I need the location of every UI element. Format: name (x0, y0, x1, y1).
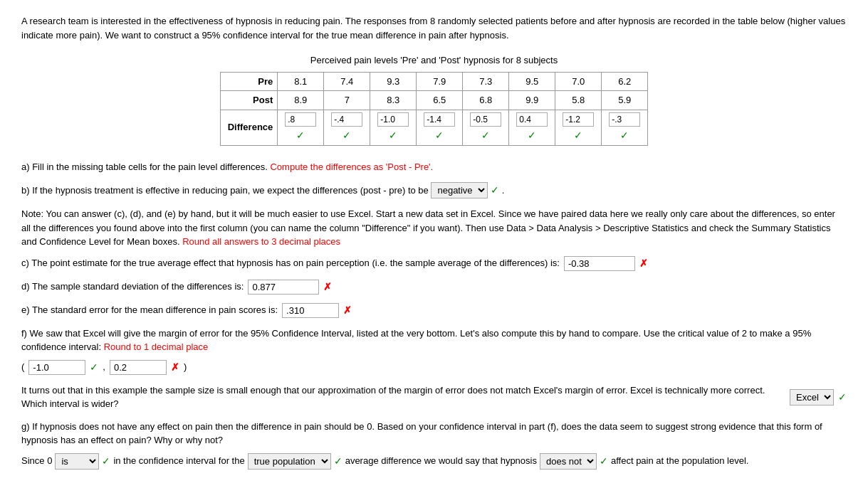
diff-input-5[interactable] (470, 112, 501, 127)
diff-cell-2: ✓ (324, 110, 370, 145)
conf-select[interactable]: true population sample (248, 453, 331, 470)
part-f-text: f) We saw that Excel will give the margi… (21, 327, 847, 354)
note-section: Note: You can answer (c), (d), and (e) b… (21, 207, 847, 249)
diff-check-4: ✓ (435, 128, 444, 143)
interval-left-check: ✓ (90, 360, 98, 375)
diff-check-7: ✓ (574, 128, 582, 143)
section-a: a) Fill in the missing table cells for t… (21, 160, 847, 174)
note-body: Note: You can answer (c), (d), and (e) b… (21, 208, 835, 247)
post-val-3: 8.3 (370, 91, 417, 110)
part-e-input[interactable] (282, 303, 339, 318)
hyp-check: ✓ (600, 454, 608, 469)
diff-input-8[interactable] (609, 112, 640, 127)
comma: , (103, 360, 105, 374)
end-text: affect pain at the population level. (611, 454, 748, 468)
part-b-check: ✓ (491, 184, 499, 196)
part-d-input[interactable] (248, 280, 319, 295)
hyp-select[interactable]: does not does (540, 453, 597, 470)
post-val-2: 7 (324, 91, 370, 110)
part-c-row: c) The point estimate for the true avera… (21, 256, 847, 271)
section-e: e) The standard error for the mean diffe… (21, 303, 847, 318)
diff-check-1: ✓ (296, 128, 305, 143)
diff-input-6[interactable] (516, 112, 548, 127)
table-section: Perceived pain levels 'Pre' and 'Post' h… (21, 53, 847, 146)
part-c-label: c) The point estimate for the true avera… (21, 256, 560, 270)
diff-input-7[interactable] (563, 112, 594, 127)
pre-val-4: 7.9 (417, 72, 463, 91)
pain-table: Pre 8.1 7.4 9.3 7.9 7.3 9.5 7.0 6.2 Post… (220, 72, 649, 146)
diff-cell-7: ✓ (555, 110, 602, 145)
section-b: b) If the hypnosis treatment is effectiv… (21, 182, 847, 198)
wider-row: It turns out that in this example the sa… (21, 383, 847, 411)
diff-row: Difference ✓ ✓ ✓ (220, 110, 648, 145)
part-b-text: b) If the hypnosis treatment is effectiv… (21, 182, 847, 198)
wider-text: It turns out that in this example the sa… (21, 383, 785, 411)
part-e-label: e) The standard error for the mean diffe… (21, 303, 278, 317)
part-b-period: . (502, 185, 505, 196)
part-b-select[interactable]: negative positive zero (431, 182, 488, 198)
interval-right-x: ✗ (171, 360, 179, 375)
diff-input-4[interactable] (424, 112, 455, 127)
pre-val-6: 9.5 (509, 72, 555, 91)
avg-text: average difference we would say that hyp… (345, 454, 537, 468)
post-val-1: 8.9 (278, 91, 324, 110)
section-g: g) If hypnosis does not have any effect … (21, 420, 847, 470)
section-c: c) The point estimate for the true avera… (21, 256, 847, 271)
note-text: Note: You can answer (c), (d), and (e) b… (21, 207, 847, 249)
pre-val-8: 6.2 (602, 72, 648, 91)
post-val-5: 6.8 (463, 91, 509, 110)
diff-cell-8: ✓ (602, 110, 648, 145)
since-label: Since 0 (21, 454, 52, 468)
wider-select[interactable]: Excel hand (790, 389, 834, 405)
part-e-row: e) The standard error for the mean diffe… (21, 303, 847, 318)
post-val-7: 5.8 (555, 91, 602, 110)
pre-val-3: 9.3 (370, 72, 417, 91)
pre-val-2: 7.4 (324, 72, 370, 91)
diff-label: Difference (220, 110, 278, 145)
conf-check: ✓ (334, 454, 343, 469)
interval-left-input[interactable] (28, 360, 85, 375)
diff-check-2: ✓ (343, 128, 351, 143)
diff-cell-3: ✓ (370, 110, 417, 145)
interval-right-input[interactable] (110, 360, 167, 375)
part-d-x: ✗ (323, 280, 332, 295)
post-label: Post (220, 91, 278, 110)
diff-input-3[interactable] (377, 112, 409, 127)
part-d-row: d) The sample standard deviation of the … (21, 280, 847, 295)
diff-check-8: ✓ (620, 128, 629, 143)
since-select[interactable]: is is not (55, 453, 99, 470)
pre-val-7: 7.0 (555, 72, 602, 91)
part-a-text: a) Fill in the missing table cells for t… (21, 160, 847, 174)
part-g-answer-row: Since 0 is is not ✓ in the confidence in… (21, 453, 847, 470)
part-a-label: a) Fill in the missing table cells for t… (21, 161, 270, 172)
part-d-label: d) The sample standard deviation of the … (21, 280, 244, 294)
part-b-label: b) If the hypnosis treatment is effectiv… (21, 185, 431, 196)
section-f: f) We saw that Excel will give the margi… (21, 327, 847, 375)
post-val-4: 6.5 (417, 91, 463, 110)
diff-input-2[interactable] (331, 112, 362, 127)
note-red: Round all answers to 3 decimal places (182, 236, 340, 247)
post-val-6: 9.9 (509, 91, 555, 110)
close-paren: ) (184, 360, 187, 374)
pre-row: Pre 8.1 7.4 9.3 7.9 7.3 9.5 7.0 6.2 (220, 72, 648, 91)
diff-cell-5: ✓ (463, 110, 509, 145)
diff-cell-4: ✓ (417, 110, 463, 145)
part-a-instruction: Compute the differences as 'Post - Pre'. (270, 161, 433, 172)
part-c-input[interactable] (564, 256, 635, 271)
pre-val-1: 8.1 (278, 72, 324, 91)
interval-row: ( ✓ , ✗ ) (21, 360, 847, 375)
table-title: Perceived pain levels 'Pre' and 'Post' h… (21, 53, 847, 68)
diff-check-5: ✓ (481, 128, 490, 143)
diff-cell-1: ✓ (278, 110, 324, 145)
post-row: Post 8.9 7 8.3 6.5 6.8 9.9 5.8 5.9 (220, 91, 648, 110)
diff-check-6: ✓ (528, 128, 536, 143)
part-c-x: ✗ (639, 256, 648, 271)
diff-input-1[interactable] (285, 112, 316, 127)
part-f-red: Round to 1 decimal place (104, 341, 209, 352)
section-wider: It turns out that in this example the sa… (21, 383, 847, 411)
diff-check-3: ✓ (389, 128, 397, 143)
conf-text: in the confidence interval for the (113, 454, 244, 468)
part-g-text: g) If hypnosis does not have any effect … (21, 420, 847, 447)
intro-text: A research team is interested in the eff… (21, 14, 847, 42)
pre-label: Pre (220, 72, 278, 91)
